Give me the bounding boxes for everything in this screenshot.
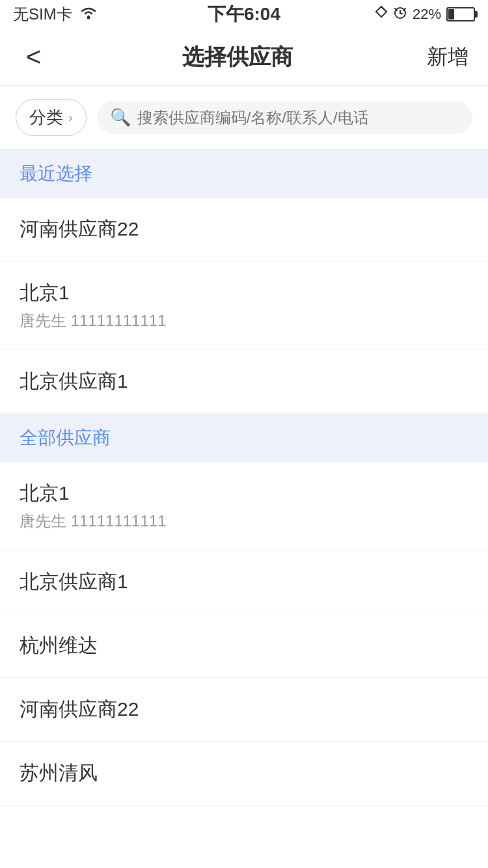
list-item[interactable]: 杭州维达 — [0, 614, 488, 678]
item-name: 河南供应商22 — [20, 216, 468, 243]
all-list: 北京1 唐先生 11111111111 北京供应商1 杭州维达 河南供应商22 … — [0, 462, 488, 806]
status-time: 下午6:04 — [208, 2, 280, 27]
nav-bar: < 选择供应商 新增 — [0, 29, 488, 86]
item-name: 杭州维达 — [20, 632, 468, 659]
location-icon — [375, 5, 388, 23]
list-item[interactable]: 北京1 唐先生 11111111111 — [0, 462, 488, 550]
recent-section-title: 最近选择 — [20, 163, 92, 183]
list-item[interactable]: 北京1 唐先生 11111111111 — [0, 262, 488, 350]
category-button[interactable]: 分类 › — [16, 99, 87, 136]
carrier-text: 无SIM卡 — [13, 4, 72, 25]
item-contact: 唐先生 11111111111 — [20, 310, 468, 331]
item-name: 北京1 — [20, 480, 468, 507]
item-name: 北京1 — [20, 280, 468, 306]
status-bar: 无SIM卡 下午6:04 — [0, 0, 488, 29]
category-label: 分类 — [29, 106, 63, 129]
search-box: 🔍 — [97, 101, 472, 134]
all-section-header: 全部供应商 — [0, 414, 488, 462]
page-title: 选择供应商 — [182, 42, 293, 72]
battery-icon — [446, 7, 475, 21]
alarm-icon — [393, 5, 407, 23]
add-button[interactable]: 新增 — [427, 43, 468, 72]
list-item[interactable]: 河南供应商22 — [0, 198, 488, 262]
search-input[interactable] — [137, 109, 459, 127]
list-item[interactable]: 北京供应商1 — [0, 550, 488, 614]
back-button[interactable]: < — [20, 36, 47, 78]
wifi-icon — [79, 5, 98, 23]
item-name: 苏州清风 — [20, 760, 468, 787]
status-right: 22% — [375, 5, 475, 23]
recent-section-header: 最近选择 — [0, 150, 488, 198]
list-item[interactable]: 河南供应商22 — [0, 678, 488, 742]
status-left: 无SIM卡 — [13, 4, 98, 25]
search-icon: 🔍 — [110, 107, 131, 128]
recent-list: 河南供应商22 北京1 唐先生 11111111111 北京供应商1 — [0, 198, 488, 414]
item-name: 北京供应商1 — [20, 368, 468, 395]
list-item[interactable]: 苏州清风 — [0, 742, 488, 806]
item-name: 北京供应商1 — [20, 569, 468, 595]
svg-point-0 — [87, 16, 90, 20]
all-section-title: 全部供应商 — [20, 427, 111, 448]
item-name: 河南供应商22 — [20, 696, 468, 723]
filter-bar: 分类 › 🔍 — [0, 86, 488, 150]
list-item[interactable]: 北京供应商1 — [0, 350, 488, 414]
chevron-right-icon: › — [68, 110, 73, 125]
item-contact: 唐先生 11111111111 — [20, 511, 468, 532]
battery-percent: 22% — [413, 6, 441, 23]
